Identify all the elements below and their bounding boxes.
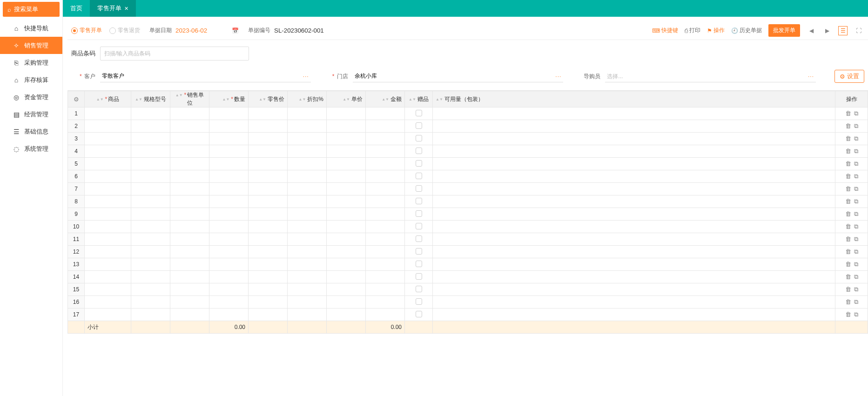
cell-unit[interactable] [170, 195, 209, 208]
table-row[interactable]: 15🗑⧉ [68, 283, 868, 296]
table-row[interactable]: 10🗑⧉ [68, 221, 868, 233]
cell-discount[interactable] [288, 107, 327, 120]
cell-amount[interactable] [366, 221, 405, 233]
gift-checkbox[interactable] [416, 273, 422, 280]
gift-checkbox[interactable] [416, 148, 422, 154]
copy-icon[interactable]: ⧉ [854, 185, 858, 192]
guide-input[interactable] [607, 73, 808, 80]
cell-available[interactable] [433, 170, 835, 183]
store-more-icon[interactable]: ··· [555, 73, 561, 80]
cell-qty[interactable] [209, 120, 249, 133]
col-available[interactable]: ▲▼可用量（包装） [433, 91, 835, 107]
cell-spec[interactable] [131, 271, 170, 283]
guide-more-icon[interactable]: ··· [808, 73, 814, 80]
delete-icon[interactable]: 🗑 [845, 198, 851, 205]
delete-icon[interactable]: 🗑 [845, 148, 851, 154]
table-row[interactable]: 16🗑⧉ [68, 296, 868, 309]
cell-gift[interactable] [405, 120, 433, 133]
cell-unit[interactable] [170, 120, 209, 133]
cell-available[interactable] [433, 158, 835, 170]
radio-return[interactable]: 零售退货 [109, 27, 140, 34]
gift-checkbox[interactable] [416, 110, 422, 116]
date-input[interactable] [175, 24, 222, 37]
settings-button[interactable]: ⚙ 设置 [834, 70, 864, 83]
cell-discount[interactable] [288, 233, 327, 246]
cell-available[interactable] [433, 233, 835, 246]
copy-icon[interactable]: ⧉ [854, 135, 858, 142]
cell-available[interactable] [433, 271, 835, 283]
cell-qty[interactable] [209, 133, 249, 145]
gift-checkbox[interactable] [416, 235, 422, 242]
col-spec[interactable]: ▲▼规格型号 [131, 91, 170, 107]
cell-retail[interactable] [249, 195, 288, 208]
copy-icon[interactable]: ⧉ [854, 298, 858, 305]
col-qty[interactable]: ▲▼*数量 [209, 91, 249, 107]
copy-icon[interactable]: ⧉ [854, 210, 858, 217]
copy-icon[interactable]: ⧉ [854, 160, 858, 167]
cell-gift[interactable] [405, 221, 433, 233]
cell-retail[interactable] [249, 233, 288, 246]
delete-icon[interactable]: 🗑 [845, 122, 851, 129]
cell-discount[interactable] [288, 170, 327, 183]
cell-discount[interactable] [288, 246, 327, 258]
cell-retail[interactable] [249, 107, 288, 120]
cell-unit[interactable] [170, 170, 209, 183]
gift-checkbox[interactable] [416, 210, 422, 217]
cell-gift[interactable] [405, 158, 433, 170]
cell-product[interactable] [85, 208, 131, 221]
gift-checkbox[interactable] [416, 223, 422, 229]
cell-price[interactable] [327, 258, 366, 271]
sidebar-item-5[interactable]: ▤经营管理 [0, 106, 62, 123]
cell-qty[interactable] [209, 170, 249, 183]
cell-price[interactable] [327, 145, 366, 158]
cell-product[interactable] [85, 283, 131, 296]
cell-qty[interactable] [209, 107, 249, 120]
cell-gift[interactable] [405, 145, 433, 158]
cell-available[interactable] [433, 283, 835, 296]
cell-qty[interactable] [209, 258, 249, 271]
customer-more-icon[interactable]: ··· [303, 73, 309, 80]
history-link[interactable]: 🕘 历史单据 [731, 27, 762, 34]
cell-unit[interactable] [170, 271, 209, 283]
sidebar-item-1[interactable]: ✧销售管理 [0, 37, 62, 54]
delete-icon[interactable]: 🗑 [845, 261, 851, 268]
cell-price[interactable] [327, 246, 366, 258]
cell-product[interactable] [85, 107, 131, 120]
cell-discount[interactable] [288, 133, 327, 145]
cell-gift[interactable] [405, 258, 433, 271]
col-amount[interactable]: ▲▼金额 [366, 91, 405, 107]
cell-available[interactable] [433, 221, 835, 233]
cell-amount[interactable] [366, 145, 405, 158]
col-price[interactable]: ▲▼单价 [327, 91, 366, 107]
cell-product[interactable] [85, 195, 131, 208]
cell-spec[interactable] [131, 258, 170, 271]
delete-icon[interactable]: 🗑 [845, 173, 851, 180]
sidebar-item-4[interactable]: ◎资金管理 [0, 88, 62, 106]
cell-price[interactable] [327, 107, 366, 120]
cell-amount[interactable] [366, 246, 405, 258]
gift-checkbox[interactable] [416, 298, 422, 305]
cell-gift[interactable] [405, 233, 433, 246]
cell-unit[interactable] [170, 283, 209, 296]
delete-icon[interactable]: 🗑 [845, 286, 851, 293]
cell-available[interactable] [433, 120, 835, 133]
col-retail[interactable]: ▲▼零售价 [249, 91, 288, 107]
cell-retail[interactable] [249, 258, 288, 271]
gift-checkbox[interactable] [416, 198, 422, 204]
cell-price[interactable] [327, 158, 366, 170]
cell-discount[interactable] [288, 258, 327, 271]
cell-amount[interactable] [366, 195, 405, 208]
cell-amount[interactable] [366, 133, 405, 145]
copy-icon[interactable]: ⧉ [854, 110, 858, 117]
cell-available[interactable] [433, 208, 835, 221]
table-row[interactable]: 3🗑⧉ [68, 133, 868, 145]
cell-price[interactable] [327, 221, 366, 233]
cell-qty[interactable] [209, 195, 249, 208]
cell-price[interactable] [327, 233, 366, 246]
cell-unit[interactable] [170, 309, 209, 321]
cell-product[interactable] [85, 258, 131, 271]
cell-available[interactable] [433, 246, 835, 258]
cell-amount[interactable] [366, 271, 405, 283]
gift-checkbox[interactable] [416, 160, 422, 167]
expand-button[interactable]: ⛶ [854, 26, 863, 35]
